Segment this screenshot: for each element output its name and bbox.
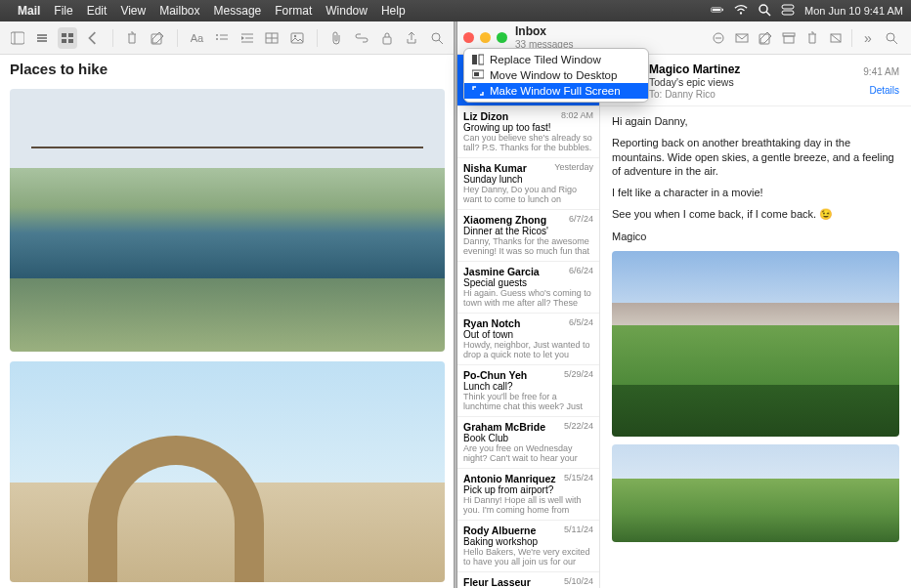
svg-rect-38 (784, 36, 794, 43)
lock-icon[interactable] (377, 27, 397, 49)
compose-new-icon[interactable] (754, 27, 777, 49)
message-row[interactable]: Po-Chun Yeh5/29/24Lunch call?Think you'l… (456, 365, 599, 417)
menu-edit[interactable]: Edit (87, 4, 108, 18)
grid-style-icon[interactable] (58, 27, 77, 49)
body-p1: Reporting back on another breathtaking d… (612, 136, 899, 178)
svg-line-40 (831, 34, 841, 42)
svg-line-42 (893, 40, 897, 44)
menu-format[interactable]: Format (275, 4, 312, 18)
message-row[interactable]: Xiaomeng Zhong6/7/24Dinner at the Ricos'… (456, 210, 599, 262)
message-reader: Magico Martinez Today's epic views To: D… (600, 55, 911, 588)
svg-rect-46 (474, 72, 479, 76)
search2-icon[interactable] (880, 27, 903, 49)
svg-rect-44 (479, 55, 484, 64)
format-list-icon[interactable] (212, 27, 232, 49)
svg-point-20 (216, 38, 218, 40)
svg-point-3 (740, 12, 742, 14)
left-document-body: Places to hike (0, 55, 455, 588)
table-icon[interactable] (263, 27, 282, 49)
font-icon[interactable]: Aa (188, 27, 207, 49)
inbox-title-block: Inbox 33 messages (515, 25, 573, 49)
photo-river-landscape[interactable] (10, 89, 445, 352)
svg-rect-30 (383, 37, 391, 44)
svg-rect-13 (62, 33, 66, 37)
search-icon[interactable] (427, 27, 447, 49)
message-row[interactable]: Jasmine Garcia6/6/24Special guestsHi aga… (456, 262, 599, 314)
status-icons: Mon Jun 10 9:41 AM (711, 3, 903, 19)
menu-replace-tiled-window[interactable]: Replace Tiled Window (464, 52, 648, 67)
svg-line-32 (439, 40, 443, 44)
menu-help[interactable]: Help (381, 4, 406, 18)
message-row[interactable]: Antonio Manriquez5/15/24Pick up from air… (456, 469, 599, 521)
body-p2: I felt like a character in a movie! (612, 186, 899, 199)
window-traffic-lights (463, 32, 507, 43)
attachment-mountain-photo-1[interactable] (612, 251, 899, 437)
details-link[interactable]: Details (863, 85, 899, 96)
spotlight-icon[interactable] (758, 3, 771, 19)
close-window-button[interactable] (463, 32, 474, 43)
menu-make-full-screen[interactable]: Make Window Full Screen (464, 83, 648, 99)
svg-point-29 (294, 34, 296, 36)
battery-icon[interactable] (711, 3, 724, 19)
document-title: Places to hike (10, 61, 445, 77)
sidebar-toggle-icon[interactable] (8, 27, 27, 49)
svg-rect-43 (472, 55, 477, 64)
message-row[interactable]: Ryan Notch6/5/24Out of townHowdy, neighb… (456, 314, 599, 365)
photo-icon[interactable] (287, 27, 307, 49)
message-row[interactable]: Rody Albuerne5/11/24Baking workshopHello… (456, 521, 599, 572)
trash-icon[interactable] (122, 27, 142, 49)
message-row[interactable]: Nisha KumarYesterdaySunday lunchHey Dann… (456, 158, 599, 210)
more-icon[interactable]: » (856, 27, 880, 49)
archive-icon[interactable] (777, 27, 801, 49)
menu-view[interactable]: View (120, 4, 146, 18)
reader-subject: Today's epic views (649, 76, 740, 88)
svg-point-31 (432, 33, 440, 41)
share-icon[interactable] (403, 27, 422, 49)
wifi-icon[interactable] (734, 3, 748, 19)
indent-icon[interactable] (238, 27, 257, 49)
svg-rect-8 (11, 32, 24, 44)
attachment-mountain-photo-2[interactable] (612, 444, 899, 542)
left-window-mail-compose: Aa Places to hike (0, 21, 456, 588)
trash2-icon[interactable] (801, 27, 824, 49)
list-style-icon[interactable] (33, 27, 53, 49)
junk-icon[interactable] (824, 27, 847, 49)
envelope-icon[interactable] (730, 27, 754, 49)
menu-app[interactable]: Mail (18, 4, 40, 18)
photo-rock-arch[interactable] (10, 361, 445, 582)
filter-icon[interactable] (707, 27, 730, 49)
link-icon[interactable] (352, 27, 371, 49)
control-center-icon[interactable] (781, 3, 795, 19)
compose-icon[interactable] (148, 27, 167, 49)
menu-mailbox[interactable]: Mailbox (159, 4, 199, 18)
body-signature: Magico (612, 230, 899, 243)
svg-rect-14 (68, 33, 73, 37)
minimize-window-button[interactable] (480, 32, 491, 43)
menu-window[interactable]: Window (325, 4, 368, 18)
svg-point-4 (759, 5, 767, 13)
menu-message[interactable]: Message (214, 4, 262, 18)
right-window-mail-inbox: Inbox 33 messages » Replace Tiled Window (456, 21, 911, 588)
macos-menubar: Mail File Edit View Mailbox Message Form… (0, 0, 911, 21)
split-view-divider[interactable] (454, 21, 457, 588)
message-list[interactable]: Magico Martinez9:41 AMToday's epic views… (456, 55, 600, 588)
attach-icon[interactable] (327, 27, 347, 49)
svg-rect-16 (68, 39, 73, 43)
window-management-menu: Replace Tiled Window Move Window to Desk… (463, 48, 649, 103)
left-toolbar: Aa (0, 21, 455, 55)
menu-move-to-desktop[interactable]: Move Window to Desktop (464, 67, 648, 83)
clock[interactable]: Mon Jun 10 9:41 AM (804, 5, 903, 17)
svg-rect-2 (722, 9, 723, 11)
wink-emoji-icon: 😉 (819, 208, 833, 220)
svg-rect-7 (782, 11, 794, 15)
fullscreen-window-button[interactable] (497, 32, 507, 43)
svg-rect-28 (291, 33, 303, 43)
svg-line-5 (766, 12, 770, 16)
message-row[interactable]: Liz Dizon8:02 AMGrowing up too fast!Can … (456, 106, 599, 158)
back-icon[interactable] (83, 27, 103, 49)
message-row[interactable]: Fleur Lasseur5/10/24Soccer jerseysAre yo… (456, 572, 599, 588)
svg-rect-1 (713, 9, 720, 11)
menu-file[interactable]: File (54, 4, 72, 18)
message-row[interactable]: Graham McBride5/22/24Book ClubAre you fr… (456, 417, 599, 469)
reader-to: To: Danny Rico (649, 89, 740, 100)
